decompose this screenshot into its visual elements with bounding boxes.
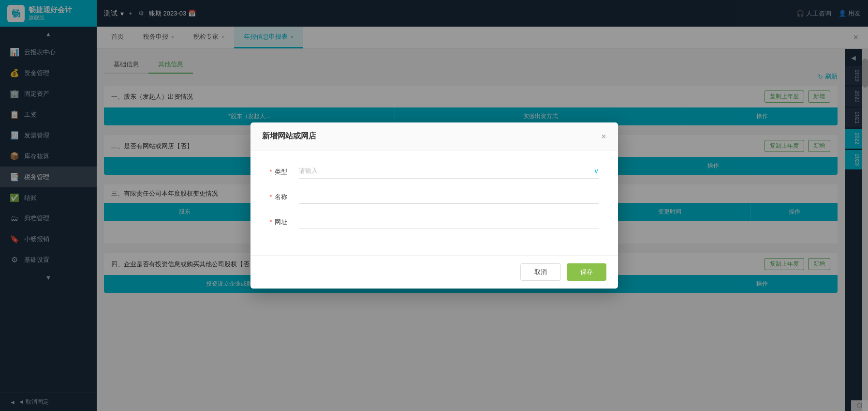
save-button[interactable]: 保存 <box>567 263 606 281</box>
type-required-star: * <box>270 168 272 175</box>
name-field-row: * 名称 <box>270 190 599 204</box>
type-input[interactable] <box>299 165 594 176</box>
modal-title: 新增网站或网店 <box>262 131 316 141</box>
modal-close-button[interactable]: × <box>601 132 606 141</box>
modal-header: 新增网站或网店 × <box>250 122 618 151</box>
type-dropdown-arrow[interactable]: ∨ <box>594 167 599 175</box>
modal-overlay: 新增网站或网店 × * 类型 ∨ * 名称 <box>0 0 868 411</box>
url-input-wrap <box>299 215 599 229</box>
url-input[interactable] <box>299 215 599 227</box>
modal-footer: 取消 保存 <box>250 255 618 289</box>
type-input-wrap: ∨ <box>299 165 599 179</box>
name-input[interactable] <box>299 190 599 201</box>
add-website-modal: 新增网站或网店 × * 类型 ∨ * 名称 <box>250 122 618 289</box>
url-required-star: * <box>270 218 272 226</box>
type-field-row: * 类型 ∨ <box>270 165 599 179</box>
cancel-button[interactable]: 取消 <box>520 263 561 281</box>
name-label: * 名称 <box>270 193 299 201</box>
modal-body: * 类型 ∨ * 名称 * <box>250 151 618 255</box>
url-label: * 网址 <box>270 218 299 227</box>
name-input-wrap <box>299 190 599 204</box>
url-field-row: * 网址 <box>270 215 599 229</box>
type-label: * 类型 <box>270 167 299 176</box>
name-required-star: * <box>270 193 272 200</box>
